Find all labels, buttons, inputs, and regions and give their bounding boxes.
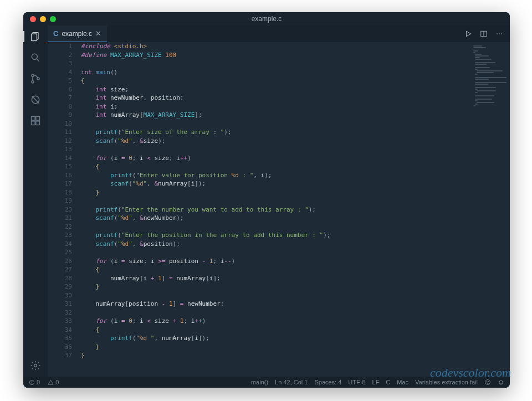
svg-point-17 bbox=[497, 33, 498, 34]
debug-icon[interactable] bbox=[30, 94, 41, 105]
activity-bar bbox=[23, 25, 48, 377]
svg-point-23 bbox=[485, 380, 490, 385]
svg-rect-11 bbox=[32, 121, 35, 125]
close-window-button[interactable] bbox=[30, 16, 36, 22]
search-icon[interactable] bbox=[30, 52, 41, 63]
status-feedback-icon[interactable] bbox=[484, 379, 491, 385]
status-errors[interactable]: 0 bbox=[29, 379, 40, 385]
line-number-gutter: 1234567891011121314151617181920212223242… bbox=[48, 42, 81, 377]
svg-point-5 bbox=[32, 81, 34, 83]
status-encoding[interactable]: UTF-8 bbox=[348, 379, 365, 385]
status-indent[interactable]: Spaces: 4 bbox=[314, 379, 341, 385]
svg-point-2 bbox=[32, 54, 37, 59]
svg-rect-9 bbox=[32, 117, 35, 121]
svg-line-3 bbox=[37, 59, 39, 61]
c-language-icon: C bbox=[53, 29, 58, 38]
status-context[interactable]: main() bbox=[251, 379, 268, 385]
status-platform[interactable]: Mac bbox=[397, 379, 408, 385]
tab-filename: example.c bbox=[62, 30, 92, 38]
svg-marker-14 bbox=[467, 31, 471, 36]
svg-point-24 bbox=[487, 382, 487, 382]
extensions-icon[interactable] bbox=[30, 115, 41, 126]
status-cursor-position[interactable]: Ln 42, Col 1 bbox=[275, 379, 308, 385]
editor-actions bbox=[464, 30, 510, 38]
tab-close-icon[interactable]: ✕ bbox=[95, 29, 101, 38]
code-content[interactable]: #include <stdio.h>#define MAX_ARRAY_SIZE… bbox=[81, 42, 510, 377]
svg-rect-12 bbox=[36, 121, 40, 125]
status-language[interactable]: C bbox=[386, 379, 390, 385]
status-bar: 0 0 main() Ln 42, Col 1 Spaces: 4 UTF-8 … bbox=[23, 377, 510, 388]
editor-window: example.c bbox=[23, 12, 510, 388]
maximize-window-button[interactable] bbox=[50, 16, 56, 22]
window-controls bbox=[23, 16, 56, 22]
editor-column: C example.c ✕ bbox=[48, 25, 510, 377]
editor-area[interactable]: 1234567891011121314151617181920212223242… bbox=[48, 42, 510, 377]
svg-point-6 bbox=[37, 78, 39, 80]
workbench: C example.c ✕ bbox=[23, 25, 510, 377]
svg-rect-1 bbox=[32, 34, 37, 41]
status-warnings[interactable]: 0 bbox=[48, 379, 59, 385]
run-icon[interactable] bbox=[464, 30, 472, 38]
status-eol[interactable]: LF bbox=[372, 379, 380, 385]
window-title: example.c bbox=[23, 15, 510, 23]
more-actions-icon[interactable] bbox=[495, 30, 503, 38]
tabs-bar: C example.c ✕ bbox=[48, 25, 510, 42]
svg-point-18 bbox=[499, 33, 500, 34]
title-bar: example.c bbox=[23, 12, 510, 25]
tab-example-c[interactable]: C example.c ✕ bbox=[48, 25, 107, 42]
explorer-icon[interactable] bbox=[23, 31, 41, 42]
svg-point-25 bbox=[488, 382, 489, 382]
settings-gear-icon[interactable] bbox=[30, 360, 41, 371]
svg-point-13 bbox=[34, 364, 37, 367]
status-message[interactable]: Variables extraction fail bbox=[415, 379, 478, 385]
minimap[interactable] bbox=[473, 45, 507, 106]
source-control-icon[interactable] bbox=[30, 73, 41, 84]
split-editor-icon[interactable] bbox=[480, 30, 488, 38]
svg-rect-10 bbox=[36, 117, 40, 121]
svg-point-19 bbox=[501, 33, 502, 34]
svg-point-4 bbox=[32, 74, 34, 76]
minimize-window-button[interactable] bbox=[40, 16, 46, 22]
status-bell-icon[interactable] bbox=[498, 379, 504, 385]
